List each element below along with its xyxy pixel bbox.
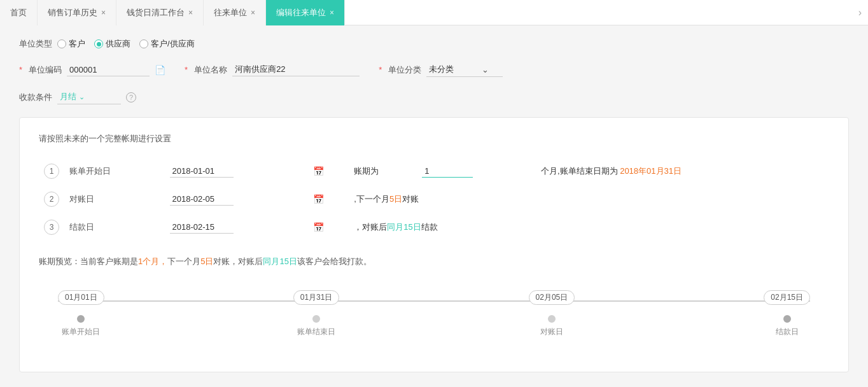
timeline: 01月01日 账单开始日 01月31日 账单结束日 02月05日 对账日 xyxy=(39,284,829,356)
unit-category-dropdown[interactable]: 未分类 ⌄ xyxy=(426,62,503,77)
timeline-node-3: 02月05日 对账日 xyxy=(529,290,575,337)
radio-customer-label: 客户 xyxy=(69,38,85,50)
settings-panel: 请按照未来的一个完整帐期进行设置 1 账单开始日 xyxy=(19,117,849,372)
step-1-num: 1 xyxy=(44,164,59,179)
preview-prefix: 账期预览：当前客户账期是 xyxy=(39,257,138,266)
radio-supplier-label: 供应商 xyxy=(106,38,130,50)
step-2-suffix-highlight: 5日 xyxy=(389,194,402,204)
tab-cash-label: 钱货日清工作台 xyxy=(127,7,185,18)
unit-code-icon[interactable]: 📄 xyxy=(155,65,165,75)
step-3-suffix-highlight: 同月15日 xyxy=(387,222,421,232)
tab-cash-reconcile[interactable]: 钱货日清工作台 × xyxy=(116,0,204,25)
payment-terms-help[interactable]: ? xyxy=(126,92,136,102)
step-1-row: 1 账单开始日 📅 账期为 xyxy=(39,157,829,185)
unit-code-field: * 单位编码 📄 xyxy=(19,64,165,76)
unit-type-field: 单位类型 客户 供应商 客户/供应商 xyxy=(19,38,195,50)
radio-customer-circle xyxy=(57,39,66,48)
unit-category-value: 未分类 xyxy=(429,64,454,75)
step-3-date-input[interactable] xyxy=(170,221,234,234)
timeline-dot-2 xyxy=(312,315,320,323)
unit-category-arrow: ⌄ xyxy=(482,65,489,74)
step-3-num: 3 xyxy=(44,220,59,235)
unit-code-required: * xyxy=(19,65,22,74)
radio-supplier[interactable]: 供应商 xyxy=(94,38,130,50)
payment-terms-field: 收款条件 月结 ⌄ ? xyxy=(19,90,136,104)
unit-code-input[interactable] xyxy=(67,64,150,76)
step-3-suffix-post: 结款 xyxy=(421,222,438,232)
radio-both-label: 客户/供应商 xyxy=(151,38,195,50)
timeline-badge-1: 01月01日 xyxy=(58,290,104,305)
preview-reconcile-highlight: 5日 xyxy=(200,257,213,266)
unit-category-required: * xyxy=(379,65,382,74)
unit-type-radio-group: 客户 供应商 客户/供应商 xyxy=(57,38,195,50)
payment-terms-arrow: ⌄ xyxy=(79,93,85,101)
unit-category-label: 单位分类 xyxy=(388,64,421,76)
step-1-date-input[interactable] xyxy=(170,165,234,178)
step-2-row: 2 对账日 📅 ,下一个月5日对账 xyxy=(39,185,829,213)
unit-type-label: 单位类型 xyxy=(19,38,52,50)
timeline-label-2: 账单结束日 xyxy=(297,327,335,337)
step-2-suffix-pre: ,下一个月 xyxy=(354,194,389,204)
timeline-dot-3 xyxy=(548,315,556,323)
step-3-row: 3 结款日 📅 ，对账后同月15日结款 xyxy=(39,213,829,241)
step-2-num: 2 xyxy=(44,192,59,207)
tab-sales-close[interactable]: × xyxy=(101,8,106,17)
tab-home[interactable]: 首页 xyxy=(0,0,38,25)
step-1-period-unit: 个月,账单结束日期为 xyxy=(541,166,618,176)
panel-title: 请按照未来的一个完整帐期进行设置 xyxy=(39,133,829,144)
step-1-period-end: 2018年01月31日 xyxy=(620,166,682,176)
unit-type-row: 单位类型 客户 供应商 客户/供应商 xyxy=(19,38,849,50)
tab-partner-close[interactable]: × xyxy=(251,8,255,17)
step-3-calendar[interactable]: 📅 xyxy=(313,222,324,232)
step-1-period-prefix: 账期为 xyxy=(354,166,379,176)
steps-table: 1 账单开始日 📅 账期为 xyxy=(39,157,829,241)
preview-payment-highlight: 同月15日 xyxy=(263,257,297,266)
preview-payment-post: 该客户会给我打款。 xyxy=(297,257,372,266)
step-2-calendar[interactable]: 📅 xyxy=(313,194,324,204)
preview-reconcile-pre: 下一个月 xyxy=(167,257,200,266)
tab-sales-order-history[interactable]: 销售订单历史 × xyxy=(38,0,116,25)
tab-home-label: 首页 xyxy=(10,7,27,18)
step-1-calendar[interactable]: 📅 xyxy=(313,166,324,176)
timeline-badge-2: 01月31日 xyxy=(293,290,340,305)
payment-terms-select[interactable]: 月结 ⌄ xyxy=(57,90,121,104)
tab-edit-label: 编辑往来单位 xyxy=(276,7,326,18)
unit-name-label: 单位名称 xyxy=(194,64,227,76)
radio-customer[interactable]: 客户 xyxy=(57,38,85,50)
unit-name-field: * 单位名称 xyxy=(185,64,360,76)
tabs-bar: 首页 销售订单历史 × 钱货日清工作台 × 往来单位 × 编辑往来单位 × › xyxy=(0,0,868,25)
tab-edit-close[interactable]: × xyxy=(330,8,334,17)
step-2-suffix-post: 对账 xyxy=(402,194,419,204)
timeline-node-4: 02月15日 结款日 xyxy=(764,290,810,337)
unit-category-field: * 单位分类 未分类 ⌄ xyxy=(379,62,503,77)
timeline-badge-4: 02月15日 xyxy=(764,290,810,305)
payment-terms-label: 收款条件 xyxy=(19,92,52,103)
timeline-nodes: 01月01日 账单开始日 01月31日 账单结束日 02月05日 对账日 xyxy=(58,290,810,337)
step-2-label: 对账日 xyxy=(69,194,94,204)
radio-both-circle xyxy=(139,39,148,48)
step-3-suffix-pre: ，对账后 xyxy=(354,222,387,232)
unit-name-input[interactable] xyxy=(232,64,360,76)
timeline-label-1: 账单开始日 xyxy=(62,327,100,337)
tabs-scroll-arrow[interactable]: › xyxy=(852,0,868,25)
tab-partner-units[interactable]: 往来单位 × xyxy=(204,0,266,25)
timeline-dot-1 xyxy=(77,315,85,323)
timeline-node-2: 01月31日 账单结束日 xyxy=(293,290,340,337)
tab-cash-close[interactable]: × xyxy=(188,8,193,17)
payment-terms-value: 月结 xyxy=(60,91,76,102)
timeline-label-4: 结款日 xyxy=(776,327,799,337)
radio-supplier-circle xyxy=(94,39,103,48)
tab-sales-label: 销售订单历史 xyxy=(48,7,97,18)
radio-both[interactable]: 客户/供应商 xyxy=(139,38,195,50)
payment-terms-row: 收款条件 月结 ⌄ ? xyxy=(19,90,849,104)
preview-period: 1个月， xyxy=(138,257,167,266)
timeline-badge-3: 02月05日 xyxy=(529,290,575,305)
step-1-period-value[interactable] xyxy=(422,165,473,178)
step-2-date-input[interactable] xyxy=(170,193,234,206)
step-3-label: 结款日 xyxy=(69,222,94,232)
step-1-label: 账单开始日 xyxy=(69,166,111,176)
timeline-node-1: 01月01日 账单开始日 xyxy=(58,290,104,337)
timeline-label-3: 对账日 xyxy=(540,327,563,337)
tab-edit-partner[interactable]: 编辑往来单位 × xyxy=(266,0,345,25)
tab-partner-label: 往来单位 xyxy=(214,7,247,18)
